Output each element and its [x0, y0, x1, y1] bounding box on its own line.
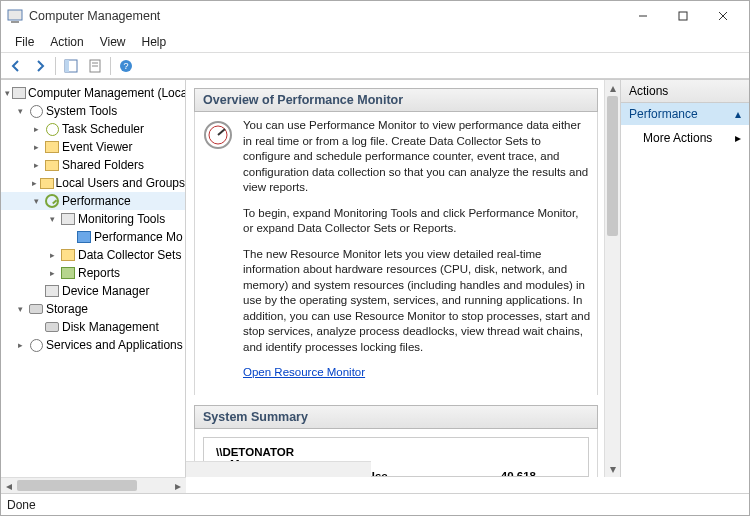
tree-device-manager[interactable]: Device Manager [1, 282, 185, 300]
tree-root-label: Computer Management (Local [28, 86, 186, 100]
tree-data-collector-sets[interactable]: ▸ Data Collector Sets [1, 246, 185, 264]
tree-system-tools[interactable]: ▾ System Tools [1, 102, 185, 120]
svg-rect-3 [679, 12, 687, 20]
svg-rect-0 [8, 10, 22, 20]
tree-label: Device Manager [62, 284, 149, 298]
performance-icon [44, 193, 60, 209]
horizontal-scrollbar-tree[interactable]: ◂ ▸ [1, 477, 186, 493]
toolbar-sep-2 [110, 57, 111, 75]
tree-shared-folders[interactable]: ▸ Shared Folders [1, 156, 185, 174]
collapse-icon[interactable]: ▾ [31, 196, 42, 207]
menu-view[interactable]: View [92, 33, 134, 51]
minimize-button[interactable] [623, 2, 663, 30]
overview-panel: Overview of Performance Monitor You can … [194, 88, 598, 395]
tree-label: System Tools [46, 104, 117, 118]
tree-label: Shared Folders [62, 158, 144, 172]
expand-placeholder [63, 232, 74, 243]
collapse-icon[interactable]: ▾ [15, 304, 26, 315]
more-actions-label: More Actions [643, 131, 712, 145]
scroll-down-icon[interactable]: ▾ [605, 461, 620, 477]
tree-root[interactable]: ▾ Computer Management (Local [1, 84, 185, 102]
tree-label: Storage [46, 302, 88, 316]
window-root: Computer Management File Action View Hel… [0, 0, 750, 516]
computer-icon [12, 85, 26, 101]
expand-icon[interactable]: ▸ [47, 250, 58, 261]
event-icon [44, 139, 60, 155]
tree-label: Local Users and Groups [56, 176, 185, 190]
vertical-scrollbar[interactable]: ▴ ▾ [604, 80, 620, 477]
scroll-up-icon[interactable]: ▴ [605, 80, 620, 96]
window-controls [623, 2, 743, 30]
tree-performance-monitor[interactable]: Performance Mo [1, 228, 185, 246]
tree-disk-management[interactable]: Disk Management [1, 318, 185, 336]
expand-placeholder [31, 286, 42, 297]
tree-storage[interactable]: ▾ Storage [1, 300, 185, 318]
actions-category-label: Performance [629, 107, 698, 121]
maximize-button[interactable] [663, 2, 703, 30]
summary-host: \\DETONATOR [216, 446, 416, 458]
collapse-icon[interactable]: ▾ [47, 214, 58, 225]
mem-v0: 40.618 [416, 470, 566, 477]
toolbar-sep [55, 57, 56, 75]
tree-event-viewer[interactable]: ▸ Event Viewer [1, 138, 185, 156]
submenu-arrow-icon: ▸ [735, 131, 741, 145]
help-button[interactable]: ? [115, 55, 137, 77]
collapse-arrow-icon: ▴ [735, 107, 741, 121]
menu-help[interactable]: Help [134, 33, 175, 51]
status-bar: Done [1, 493, 749, 515]
chart-icon [76, 229, 92, 245]
tree-horizontal-scrollbar[interactable] [186, 461, 371, 477]
tree-performance[interactable]: ▾ Performance [1, 192, 185, 210]
menu-file[interactable]: File [7, 33, 42, 51]
forward-button[interactable] [29, 55, 51, 77]
center-pane: Overview of Performance Monitor You can … [186, 80, 621, 477]
tree-label: Services and Applications [46, 338, 183, 352]
overview-p3: The new Resource Monitor lets you view d… [243, 247, 591, 356]
scroll-thumb[interactable] [607, 96, 618, 236]
back-button[interactable] [5, 55, 27, 77]
collapse-icon[interactable]: ▾ [15, 106, 26, 117]
expand-icon[interactable]: ▸ [47, 268, 58, 279]
tree-monitoring-tools[interactable]: ▾ Monitoring Tools [1, 210, 185, 228]
tree-label: Event Viewer [62, 140, 132, 154]
collapse-icon[interactable]: ▾ [5, 88, 10, 99]
services-icon [28, 337, 44, 353]
hscroll-thumb[interactable] [17, 480, 137, 491]
svg-text:?: ? [123, 61, 128, 71]
menu-action[interactable]: Action [42, 33, 91, 51]
show-hide-tree-button[interactable] [60, 55, 82, 77]
actions-category[interactable]: Performance ▴ [621, 103, 749, 125]
tree-label: Data Collector Sets [78, 248, 181, 262]
tree-label: Disk Management [62, 320, 159, 334]
tree-services-apps[interactable]: ▸ Services and Applications [1, 336, 185, 354]
actions-more[interactable]: More Actions ▸ [621, 125, 749, 151]
menubar: File Action View Help [1, 31, 749, 53]
titlebar: Computer Management [1, 1, 749, 31]
scroll-track[interactable] [605, 96, 620, 461]
svg-rect-7 [65, 60, 69, 72]
summary-header: System Summary [194, 405, 598, 429]
scroll-left-icon[interactable]: ◂ [1, 478, 17, 493]
overview-p2: To begin, expand Monitoring Tools and cl… [243, 206, 591, 237]
expand-icon[interactable]: ▸ [31, 124, 42, 135]
status-text: Done [7, 498, 36, 512]
expand-icon[interactable]: ▸ [31, 160, 42, 171]
close-button[interactable] [703, 2, 743, 30]
open-resource-monitor-link[interactable]: Open Resource Monitor [243, 366, 365, 378]
body: ▾ Computer Management (Local ▾ System To… [1, 79, 749, 477]
scroll-right-icon[interactable]: ▸ [170, 478, 186, 493]
nav-tree[interactable]: ▾ Computer Management (Local ▾ System To… [1, 80, 186, 477]
tree-label: Performance [62, 194, 131, 208]
tree-task-scheduler[interactable]: ▸ Task Scheduler [1, 120, 185, 138]
expand-icon[interactable]: ▸ [15, 340, 26, 351]
properties-button[interactable] [84, 55, 106, 77]
hscroll-track[interactable] [17, 478, 170, 493]
actions-header: Actions [621, 80, 749, 103]
tree-local-users[interactable]: ▸ Local Users and Groups [1, 174, 185, 192]
storage-icon [28, 301, 44, 317]
gauge-icon [203, 120, 233, 391]
tree-reports[interactable]: ▸ Reports [1, 264, 185, 282]
expand-icon[interactable]: ▸ [31, 142, 42, 153]
monitor-icon [60, 211, 76, 227]
expand-icon[interactable]: ▸ [31, 178, 38, 189]
